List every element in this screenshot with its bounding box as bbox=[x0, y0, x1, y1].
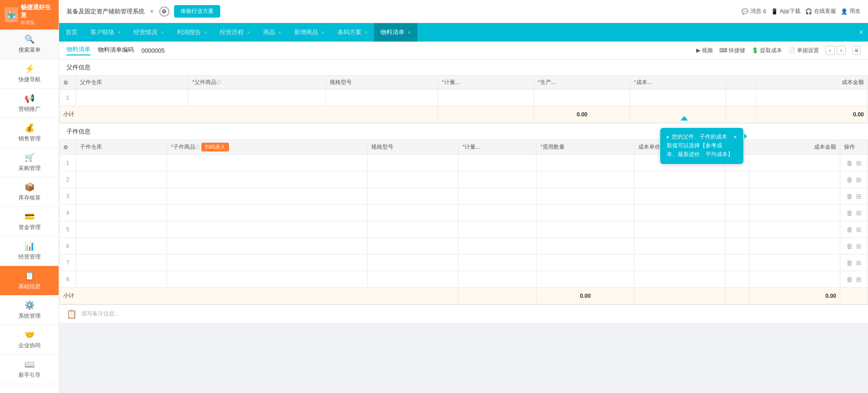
sub-tab-code[interactable]: 物料清单编码 bbox=[98, 46, 134, 55]
copy-icon[interactable]: ⊞ bbox=[856, 242, 862, 250]
sidebar-item-guide[interactable]: 📖 新手引导 bbox=[0, 355, 59, 384]
sidebar-item-finance[interactable]: 💳 资金管理 bbox=[0, 207, 59, 236]
tab-bom-close[interactable]: × bbox=[408, 30, 410, 35]
child-row-7-spec[interactable] bbox=[368, 254, 458, 271]
tab-new-goods[interactable]: 新增商品 × bbox=[288, 23, 331, 42]
child-row-8-qty[interactable] bbox=[536, 271, 634, 288]
child-row-3-spec[interactable] bbox=[368, 188, 458, 205]
message-action[interactable]: 💬 消息 6 bbox=[741, 7, 766, 15]
child-row-1-spec[interactable] bbox=[368, 155, 458, 171]
tab-customer-close[interactable]: × bbox=[118, 30, 121, 35]
close-all-tabs[interactable]: × bbox=[855, 28, 868, 36]
shortcut-action[interactable]: ⌨ 快捷键 bbox=[719, 47, 745, 54]
child-row-8-goods[interactable] bbox=[167, 271, 368, 288]
child-row-6-unit[interactable] bbox=[458, 238, 536, 254]
delete-icon[interactable]: 🗑 bbox=[846, 209, 853, 217]
child-row-7-unit-cost[interactable] bbox=[634, 254, 725, 271]
parent-cell-unit[interactable] bbox=[438, 90, 534, 106]
child-row-8-spec[interactable] bbox=[368, 271, 458, 288]
tab-barcode[interactable]: 条码方案 × bbox=[331, 23, 374, 42]
copy-icon[interactable]: ⊞ bbox=[856, 193, 862, 200]
parent-cell-cost[interactable] bbox=[630, 90, 726, 106]
prev-arrow[interactable]: ‹ bbox=[826, 46, 835, 55]
child-row-4-qty[interactable] bbox=[536, 205, 634, 221]
sidebar-item-quicknav[interactable]: ⚡ 快捷导航 bbox=[0, 59, 59, 89]
scan-button[interactable]: 扫码录入 bbox=[201, 143, 229, 151]
parent-cell-warehouse[interactable] bbox=[76, 90, 188, 106]
tab-operation[interactable]: 经营情况 × bbox=[127, 23, 170, 42]
next-arrow[interactable]: › bbox=[837, 46, 846, 55]
tab-new-goods-close[interactable]: × bbox=[321, 30, 324, 35]
dropdown-arrow-icon[interactable]: ▼ bbox=[149, 8, 155, 15]
delete-icon[interactable]: 🗑 bbox=[846, 193, 853, 200]
child-row-5-goods[interactable] bbox=[167, 221, 368, 238]
child-row-8-unit[interactable] bbox=[458, 271, 536, 288]
delete-icon[interactable]: 🗑 bbox=[846, 159, 853, 167]
tab-operation-close[interactable]: × bbox=[161, 30, 163, 35]
sidebar-item-enterprise[interactable]: 🤝 企业协同 bbox=[0, 325, 59, 355]
tooltip-close-btn[interactable]: × bbox=[733, 133, 737, 142]
delete-icon[interactable]: 🗑 bbox=[846, 176, 853, 183]
child-row-2-spec[interactable] bbox=[368, 171, 458, 188]
child-row-7-qty[interactable] bbox=[536, 254, 634, 271]
child-row-6-warehouse[interactable] bbox=[76, 238, 167, 254]
child-row-1-goods[interactable] bbox=[167, 155, 368, 171]
child-row-7-warehouse[interactable] bbox=[76, 254, 167, 271]
child-row-1-unit[interactable] bbox=[458, 155, 536, 171]
parent-cell-spec[interactable] bbox=[326, 90, 438, 106]
child-row-8-warehouse[interactable] bbox=[76, 271, 167, 288]
child-row-7-goods[interactable] bbox=[167, 254, 368, 271]
sidebar-item-operation[interactable]: 📊 经营管理 bbox=[0, 236, 59, 266]
sidebar-item-basic-info[interactable]: 📋 基础信息 bbox=[0, 266, 59, 296]
child-row-3-goods[interactable] bbox=[167, 188, 368, 205]
child-row-2-goods[interactable] bbox=[167, 171, 368, 188]
tab-profit[interactable]: 利润报告 × bbox=[170, 23, 213, 42]
user-action[interactable]: 👤 用友 bbox=[841, 7, 861, 15]
child-row-5-qty[interactable] bbox=[536, 221, 634, 238]
child-th-settings[interactable]: ⚙ bbox=[60, 140, 76, 155]
sidebar-item-inventory[interactable]: 📦 库存核算 bbox=[0, 177, 59, 207]
child-row-4-goods[interactable] bbox=[167, 205, 368, 221]
trial-btn[interactable]: 体验行业方案 bbox=[174, 5, 220, 18]
child-row-2-warehouse[interactable] bbox=[76, 171, 167, 188]
child-row-3-unit-cost[interactable] bbox=[634, 188, 725, 205]
child-row-4-unit[interactable] bbox=[458, 205, 536, 221]
sub-tab-bom[interactable]: 物料清单 bbox=[66, 45, 90, 55]
delete-icon[interactable]: 🗑 bbox=[846, 276, 853, 283]
child-row-6-qty[interactable] bbox=[536, 238, 634, 254]
child-row-3-qty[interactable] bbox=[536, 188, 634, 205]
tab-home[interactable]: 首页 bbox=[59, 23, 84, 42]
child-row-1-warehouse[interactable] bbox=[76, 155, 167, 171]
child-row-2-qty[interactable] bbox=[536, 171, 634, 188]
child-row-4-warehouse[interactable] bbox=[76, 205, 167, 221]
delete-icon[interactable]: 🗑 bbox=[846, 242, 853, 250]
parent-cell-goods[interactable] bbox=[188, 90, 326, 106]
sidebar-item-search[interactable]: 🔍 搜索菜单 bbox=[0, 30, 59, 59]
sidebar-item-marketing[interactable]: 📢 营销推广 bbox=[0, 89, 59, 118]
child-row-6-goods[interactable] bbox=[167, 238, 368, 254]
child-row-5-spec[interactable] bbox=[368, 221, 458, 238]
copy-icon[interactable]: ⊞ bbox=[856, 259, 862, 266]
tab-history[interactable]: 经营历程 × bbox=[213, 23, 256, 42]
tab-barcode-close[interactable]: × bbox=[365, 30, 368, 35]
child-row-6-spec[interactable] bbox=[368, 238, 458, 254]
copy-icon[interactable]: ⊞ bbox=[856, 276, 862, 283]
child-row-2-unit[interactable] bbox=[458, 171, 536, 188]
child-row-3-unit[interactable] bbox=[458, 188, 536, 205]
copy-icon[interactable]: ⊞ bbox=[856, 176, 862, 183]
child-row-2-unit-cost[interactable] bbox=[634, 171, 725, 188]
copy-icon[interactable]: ⊞ bbox=[856, 226, 862, 233]
delete-icon[interactable]: 🗑 bbox=[846, 226, 853, 233]
online-service-action[interactable]: 🎧 在线客服 bbox=[805, 7, 836, 15]
tab-customer[interactable]: 客户联络 × bbox=[84, 23, 127, 42]
settings-icon[interactable]: ⚙ bbox=[159, 6, 169, 17]
sidebar-item-sales[interactable]: 💰 销售管理 bbox=[0, 118, 59, 148]
copy-icon[interactable]: ⊞ bbox=[856, 209, 862, 217]
single-settings-action[interactable]: 📄 单据设置 bbox=[789, 47, 819, 54]
sidebar-item-system[interactable]: ⚙️ 系统管理 bbox=[0, 296, 59, 325]
child-row-6-unit-cost[interactable] bbox=[634, 238, 725, 254]
tab-bom[interactable]: 物料清单 × bbox=[374, 23, 417, 42]
parent-th-settings[interactable]: ⚙ bbox=[60, 76, 76, 90]
parent-cell-prod[interactable] bbox=[534, 90, 630, 106]
tab-goods[interactable]: 商品 × bbox=[257, 23, 288, 42]
